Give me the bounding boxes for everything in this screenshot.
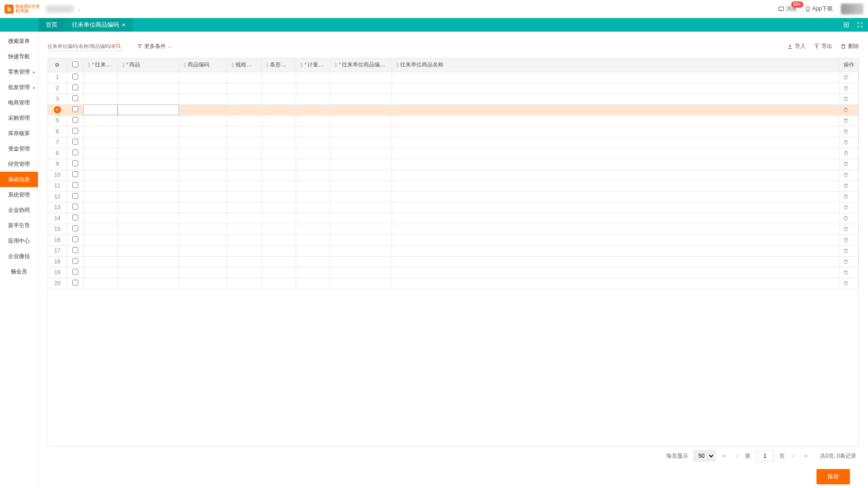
table-cell[interactable]	[83, 169, 118, 180]
table-cell[interactable]	[330, 256, 392, 267]
table-cell[interactable]	[392, 202, 840, 213]
sidebar-item-5[interactable]: 采购管理	[0, 110, 38, 126]
app-download-link[interactable]: App下载	[805, 5, 833, 13]
table-cell[interactable]	[179, 202, 227, 213]
table-cell[interactable]	[118, 245, 179, 256]
trash-icon[interactable]	[843, 259, 854, 264]
sidebar-item-13[interactable]: 应用中心	[0, 233, 38, 249]
table-cell[interactable]	[296, 191, 330, 202]
table-cell[interactable]	[227, 137, 261, 148]
table-cell[interactable]	[179, 213, 227, 224]
table-cell[interactable]	[227, 278, 261, 289]
trash-icon[interactable]	[843, 129, 854, 134]
table-cell[interactable]	[296, 278, 330, 289]
table-cell[interactable]	[227, 191, 261, 202]
table-cell[interactable]	[179, 72, 227, 83]
row-checkbox[interactable]	[72, 106, 78, 112]
col-partner-product-code[interactable]: ▲▼*往来单位商品编…	[330, 58, 392, 72]
table-cell[interactable]	[392, 224, 840, 235]
table-row[interactable]: 2	[48, 83, 859, 94]
table-cell[interactable]	[227, 224, 261, 235]
sidebar-item-4[interactable]: 电商管理	[0, 95, 38, 110]
table-cell[interactable]	[227, 267, 261, 278]
trash-icon[interactable]	[843, 150, 854, 156]
table-cell[interactable]	[296, 224, 330, 235]
table-cell[interactable]	[83, 278, 118, 289]
table-cell[interactable]	[330, 148, 392, 159]
user-avatar[interactable]	[841, 4, 863, 14]
col-spec[interactable]: ▲▼规格…	[227, 58, 261, 72]
table-cell[interactable]	[330, 126, 392, 137]
table-cell[interactable]	[392, 169, 840, 180]
sidebar-item-7[interactable]: 资金管理	[0, 141, 38, 156]
sidebar-item-0[interactable]: 搜索菜单	[0, 33, 38, 49]
page-prev-button[interactable]: ‹	[734, 453, 740, 459]
trash-icon[interactable]	[843, 96, 854, 102]
table-cell[interactable]	[330, 159, 392, 169]
row-checkbox[interactable]	[72, 204, 78, 210]
table-cell[interactable]	[179, 191, 227, 202]
table-cell[interactable]	[261, 256, 296, 267]
table-cell[interactable]	[227, 235, 261, 245]
row-checkbox[interactable]	[72, 225, 78, 231]
table-cell[interactable]	[118, 115, 179, 126]
col-partner-product-name[interactable]: ▲▼往来单位商品名称	[392, 58, 840, 72]
trash-icon[interactable]	[843, 172, 854, 178]
trash-icon[interactable]	[843, 75, 854, 80]
table-cell[interactable]	[83, 180, 118, 191]
table-cell[interactable]	[83, 191, 118, 202]
table-cell[interactable]	[227, 169, 261, 180]
table-cell[interactable]	[83, 267, 118, 278]
table-cell[interactable]	[118, 137, 179, 148]
table-cell[interactable]	[118, 213, 179, 224]
table-cell[interactable]	[118, 169, 179, 180]
table-cell[interactable]	[261, 224, 296, 235]
table-cell[interactable]	[118, 224, 179, 235]
table-cell[interactable]	[261, 126, 296, 137]
table-row[interactable]: 8	[48, 148, 859, 159]
col-barcode[interactable]: ▲▼条形…	[261, 58, 296, 72]
table-row[interactable]: 12	[48, 191, 859, 202]
trash-icon[interactable]	[843, 216, 854, 221]
row-checkbox[interactable]	[72, 247, 78, 253]
table-cell[interactable]	[330, 180, 392, 191]
trash-icon[interactable]	[843, 194, 854, 199]
sidebar-item-8[interactable]: 经营管理	[0, 156, 38, 172]
table-cell[interactable]	[227, 126, 261, 137]
table-row[interactable]: 7	[48, 137, 859, 148]
table-cell[interactable]	[330, 115, 392, 126]
table-cell[interactable]	[392, 159, 840, 169]
table-cell[interactable]	[179, 83, 227, 94]
table-row[interactable]: 19	[48, 267, 859, 278]
table-cell[interactable]	[227, 94, 261, 104]
table-cell[interactable]	[261, 83, 296, 94]
table-cell[interactable]	[392, 72, 840, 83]
trash-icon[interactable]	[843, 183, 854, 188]
table-cell[interactable]	[330, 169, 392, 180]
table-cell[interactable]	[227, 104, 261, 115]
table-cell[interactable]	[227, 245, 261, 256]
table-cell[interactable]	[83, 126, 118, 137]
table-cell[interactable]	[118, 278, 179, 289]
row-checkbox[interactable]	[72, 117, 78, 123]
messages-link[interactable]: 消息 99+	[778, 5, 797, 13]
row-checkbox[interactable]	[72, 160, 78, 166]
table-cell[interactable]	[179, 148, 227, 159]
sidebar-item-6[interactable]: 库存核算	[0, 126, 38, 141]
sidebar-item-1[interactable]: 快捷导航	[0, 49, 38, 64]
table-cell[interactable]	[261, 169, 296, 180]
sidebar-item-15[interactable]: 畅会员	[0, 264, 38, 279]
table-cell[interactable]	[179, 159, 227, 169]
table-cell[interactable]	[261, 267, 296, 278]
table-row[interactable]: 14	[48, 213, 859, 224]
table-cell[interactable]	[83, 159, 118, 169]
table-cell[interactable]	[296, 94, 330, 104]
table-cell[interactable]	[83, 137, 118, 148]
table-cell[interactable]	[118, 72, 179, 83]
trash-icon[interactable]	[843, 118, 854, 123]
sidebar-item-3[interactable]: 批发管理▸	[0, 80, 38, 95]
table-row[interactable]: 11	[48, 180, 859, 191]
row-checkbox[interactable]	[72, 269, 78, 275]
table-cell[interactable]	[261, 213, 296, 224]
table-cell[interactable]	[179, 245, 227, 256]
